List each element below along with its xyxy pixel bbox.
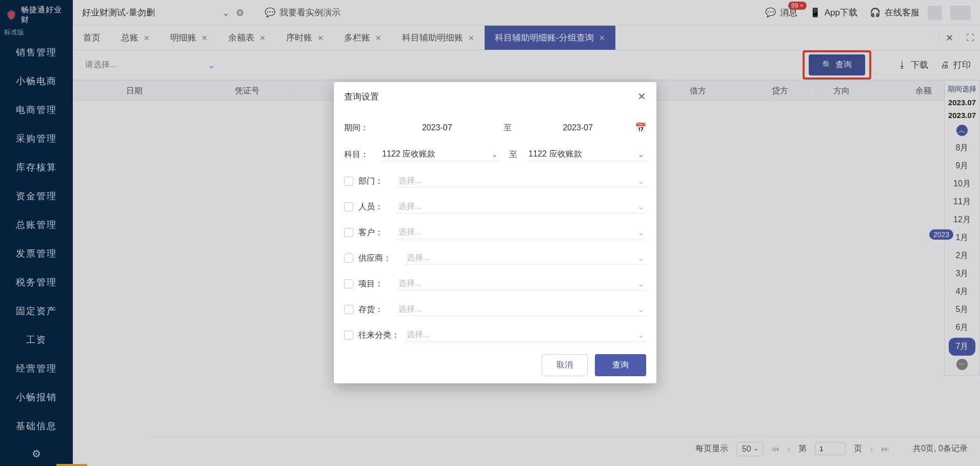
placeholder: 选择...	[398, 227, 637, 238]
filter-inventory: 存货： 选择...⌄	[344, 297, 646, 322]
query-settings-modal: 查询设置 ✕ 期间： 2023-07 至 2023-07 📅 科目： 1122 …	[334, 82, 656, 383]
filter-label: 存货：	[358, 304, 396, 315]
placeholder: 选择...	[407, 253, 637, 263]
period-sep: 至	[494, 123, 521, 133]
filter-ar-category: 往来分类： 选择...⌄	[344, 322, 646, 347]
filter-customer-select[interactable]: 选择...⌄	[396, 226, 646, 239]
chevron-down-icon: ⌄	[637, 253, 644, 263]
placeholder: 选择...	[398, 278, 637, 289]
subject-from-select[interactable]: 1122 应收账款 ⌄	[380, 148, 500, 161]
subject-sep: 至	[500, 149, 527, 160]
placeholder: 选择...	[407, 329, 637, 340]
filter-label: 人员：	[358, 202, 396, 212]
cancel-button[interactable]: 取消	[542, 354, 588, 376]
filter-label: 项目：	[358, 279, 396, 289]
filter-inventory-select[interactable]: 选择...⌄	[396, 303, 646, 316]
chevron-down-icon: ⌄	[637, 279, 644, 288]
filter-label: 部门：	[358, 176, 396, 187]
subject-label: 科目：	[344, 149, 380, 160]
filter-project: 项目： 选择...⌄	[344, 271, 646, 297]
period-to-input[interactable]: 2023-07	[521, 123, 635, 133]
subject-from-value: 1122 应收账款	[382, 149, 491, 160]
filter-dept: 部门： 选择...⌄	[344, 168, 646, 194]
filter-dept-select[interactable]: 选择...⌄	[396, 174, 646, 188]
checkbox-project[interactable]	[344, 279, 353, 288]
filter-customer: 客户： 选择...⌄	[344, 220, 646, 245]
chevron-down-icon: ⌄	[637, 176, 644, 186]
modal-title: 查询设置	[344, 91, 379, 103]
filter-supplier: 供应商： 选择...⌄	[344, 245, 646, 271]
filter-supplier-select[interactable]: 选择...⌄	[405, 251, 646, 265]
period-label: 期间：	[344, 123, 380, 133]
chevron-down-icon: ⌄	[637, 227, 644, 237]
chevron-down-icon: ⌄	[637, 304, 644, 314]
calendar-icon[interactable]: 📅	[635, 122, 646, 133]
filter-label: 往来分类：	[358, 330, 405, 341]
period-row: 期间： 2023-07 至 2023-07 📅	[344, 115, 646, 141]
modal-header: 查询设置 ✕	[334, 82, 656, 111]
chevron-down-icon: ⌄	[637, 330, 644, 340]
checkbox-dept[interactable]	[344, 177, 353, 186]
subject-row: 科目： 1122 应收账款 ⌄ 至 1122 应收账款 ⌄	[344, 141, 646, 168]
placeholder: 选择...	[398, 304, 637, 315]
placeholder: 选择...	[398, 176, 637, 186]
filter-label: 供应商：	[358, 253, 405, 264]
placeholder: 选择...	[398, 201, 637, 212]
checkbox-customer[interactable]	[344, 228, 353, 237]
modal-close-button[interactable]: ✕	[637, 90, 646, 103]
period-from-input[interactable]: 2023-07	[380, 123, 494, 133]
chevron-down-icon: ⌄	[637, 149, 644, 159]
checkbox-inventory[interactable]	[344, 305, 353, 314]
filter-person-select[interactable]: 选择...⌄	[396, 200, 646, 213]
checkbox-person[interactable]	[344, 202, 353, 211]
ok-button[interactable]: 查询	[595, 354, 646, 376]
chevron-down-icon: ⌄	[637, 202, 644, 211]
modal-footer: 取消 查询	[334, 347, 656, 383]
filter-label: 客户：	[358, 227, 396, 238]
filter-project-select[interactable]: 选择...⌄	[396, 277, 646, 290]
filter-ar-category-select[interactable]: 选择...⌄	[405, 328, 646, 342]
checkbox-ar-category[interactable]	[344, 331, 353, 340]
modal-body: 期间： 2023-07 至 2023-07 📅 科目： 1122 应收账款 ⌄ …	[334, 111, 656, 347]
filter-person: 人员： 选择...⌄	[344, 194, 646, 220]
chevron-down-icon: ⌄	[491, 149, 498, 159]
subject-to-select[interactable]: 1122 应收账款 ⌄	[527, 148, 647, 161]
checkbox-supplier[interactable]	[344, 254, 353, 263]
subject-to-value: 1122 应收账款	[529, 149, 638, 160]
